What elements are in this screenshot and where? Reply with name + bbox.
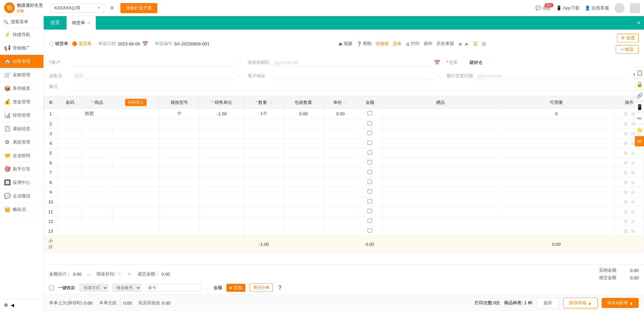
row-price[interactable] bbox=[283, 158, 324, 168]
account-number-input[interactable] bbox=[145, 284, 202, 291]
settings-button[interactable]: ⚙ 设置 bbox=[617, 34, 639, 42]
row-packqty[interactable] bbox=[244, 178, 283, 187]
copy-icon[interactable]: ⊞ bbox=[631, 151, 635, 156]
row-gift[interactable] bbox=[357, 158, 382, 168]
settlement-method-select[interactable]: 结算方式 bbox=[79, 284, 108, 292]
address-dots[interactable]: ··· bbox=[436, 74, 440, 79]
sidebar-collapse-icon[interactable]: ◀ bbox=[11, 303, 14, 308]
float-btn-lock[interactable]: 🔒 bbox=[635, 79, 644, 89]
account-select[interactable]: 收款账号 bbox=[112, 284, 141, 292]
sidebar-search[interactable]: 🔍 搜索菜单 bbox=[0, 16, 43, 28]
row-packqty[interactable] bbox=[244, 226, 283, 236]
calendar-icon[interactable]: 📅 bbox=[142, 41, 148, 46]
avatar[interactable] bbox=[614, 3, 624, 13]
row-barcode[interactable] bbox=[58, 168, 82, 178]
shortcut-btn[interactable]: 快捷键 bbox=[376, 41, 389, 47]
row-product[interactable] bbox=[82, 139, 112, 148]
row-amount[interactable] bbox=[324, 139, 357, 148]
float-btn-edit[interactable]: ✏ bbox=[635, 113, 644, 124]
copy-icon[interactable]: ⊞ bbox=[631, 199, 635, 204]
app-download-button[interactable]: 📱 App下载 bbox=[556, 5, 579, 11]
row-amount[interactable] bbox=[324, 226, 357, 236]
nav-next-icon[interactable]: ▶ bbox=[465, 41, 469, 46]
sidebar-item-system[interactable]: ⚙ 系统管理 bbox=[0, 135, 43, 149]
one-click-payment-checkbox[interactable] bbox=[49, 285, 54, 290]
customer-address-input[interactable] bbox=[271, 72, 432, 80]
row-gift[interactable] bbox=[357, 197, 382, 207]
row-gift[interactable] bbox=[357, 187, 382, 197]
row-product[interactable] bbox=[82, 158, 112, 168]
row-amount[interactable] bbox=[324, 148, 357, 158]
sidebar-item-collab[interactable]: 🤝 企业协同 bbox=[0, 149, 43, 162]
print-btn[interactable]: 🖨 打印 bbox=[406, 41, 420, 47]
row-amount[interactable] bbox=[324, 197, 357, 207]
row-price[interactable] bbox=[283, 168, 324, 178]
delete-icon[interactable]: 🗑 bbox=[623, 209, 628, 214]
return-order-radio[interactable]: 退货单 bbox=[72, 41, 91, 47]
float-btn-mobile[interactable]: 📱 bbox=[635, 102, 644, 112]
customer-dots[interactable]: ··· bbox=[237, 60, 241, 65]
tab-close-icon[interactable]: × bbox=[88, 21, 90, 25]
row-barcode[interactable] bbox=[58, 129, 82, 139]
row-unit[interactable] bbox=[159, 178, 199, 187]
row-amount[interactable] bbox=[324, 119, 357, 129]
row-amount[interactable] bbox=[324, 217, 357, 226]
fee-split-button[interactable]: 费用分摊 bbox=[250, 283, 273, 292]
row-barcode[interactable] bbox=[58, 109, 82, 119]
row-unit[interactable] bbox=[159, 217, 199, 226]
col-scan-header[interactable]: 扫码录入 bbox=[112, 96, 159, 109]
copy-icon[interactable]: ⊞ bbox=[631, 121, 635, 126]
row-spec[interactable] bbox=[112, 217, 159, 226]
sidebar-item-quick-nav[interactable]: ⚡ 快捷导航 bbox=[0, 28, 43, 41]
row-qty[interactable] bbox=[199, 187, 244, 197]
copy-icon[interactable]: ⊞ bbox=[631, 229, 635, 234]
row-gift[interactable] bbox=[357, 168, 382, 178]
copy-icon[interactable]: ⊞ bbox=[631, 190, 635, 195]
row-barcode[interactable] bbox=[58, 187, 82, 197]
warehouse-dots[interactable]: ··· bbox=[487, 60, 490, 65]
row-spec[interactable] bbox=[112, 226, 159, 236]
sidebar-item-marketing[interactable]: 📢 营销推广 bbox=[0, 41, 43, 55]
row-unit[interactable] bbox=[159, 148, 199, 158]
row-unit[interactable] bbox=[159, 187, 199, 197]
row-gift[interactable] bbox=[357, 109, 382, 119]
row-barcode[interactable] bbox=[58, 178, 82, 187]
delete-icon[interactable]: 🗑 bbox=[623, 199, 628, 204]
sidebar-item-basic[interactable]: 📋 基础信息 bbox=[0, 122, 43, 135]
row-product[interactable] bbox=[82, 187, 112, 197]
sidebar-item-wechat[interactable]: 💬 企业微信 bbox=[0, 189, 43, 203]
row-unit[interactable] bbox=[159, 119, 199, 129]
row-barcode[interactable] bbox=[58, 119, 82, 129]
row-barcode[interactable] bbox=[58, 197, 82, 207]
row-gift[interactable] bbox=[357, 178, 382, 187]
row-product[interactable] bbox=[82, 178, 112, 187]
copy-icon[interactable]: ⊞ bbox=[631, 141, 635, 146]
row-packqty[interactable]: 1个 bbox=[244, 109, 283, 119]
row-unit[interactable] bbox=[159, 168, 199, 178]
row-spec[interactable] bbox=[112, 178, 159, 187]
row-spec[interactable] bbox=[112, 187, 159, 197]
row-unit[interactable] bbox=[159, 226, 199, 236]
row-unit[interactable] bbox=[159, 158, 199, 168]
row-qty[interactable] bbox=[199, 119, 244, 129]
select-order-btn[interactable]: 选单 bbox=[393, 41, 402, 47]
row-qty[interactable] bbox=[199, 226, 244, 236]
row-price[interactable] bbox=[283, 178, 324, 187]
row-spec[interactable] bbox=[112, 129, 159, 139]
row-spec[interactable] bbox=[112, 109, 159, 119]
delete-icon[interactable]: 🗑 bbox=[623, 190, 628, 195]
sales-order-radio[interactable]: 销货单 bbox=[49, 41, 68, 47]
add-button[interactable]: ● 添加 bbox=[226, 284, 245, 292]
company-selector[interactable]: XXXXXX公司 ▼ bbox=[50, 3, 104, 13]
row-price[interactable] bbox=[283, 129, 324, 139]
row-qty[interactable] bbox=[199, 168, 244, 178]
delete-icon[interactable]: 🗑 bbox=[623, 170, 628, 175]
row-amount[interactable] bbox=[324, 187, 357, 197]
customer-input[interactable] bbox=[72, 59, 233, 67]
row-gift[interactable] bbox=[357, 207, 382, 217]
copy-icon[interactable]: ⊞ bbox=[631, 180, 635, 185]
row-product[interactable] bbox=[82, 148, 112, 158]
row-spec[interactable] bbox=[112, 148, 159, 158]
row-product[interactable] bbox=[82, 129, 112, 139]
copy-icon[interactable]: ⊞ bbox=[631, 170, 635, 175]
